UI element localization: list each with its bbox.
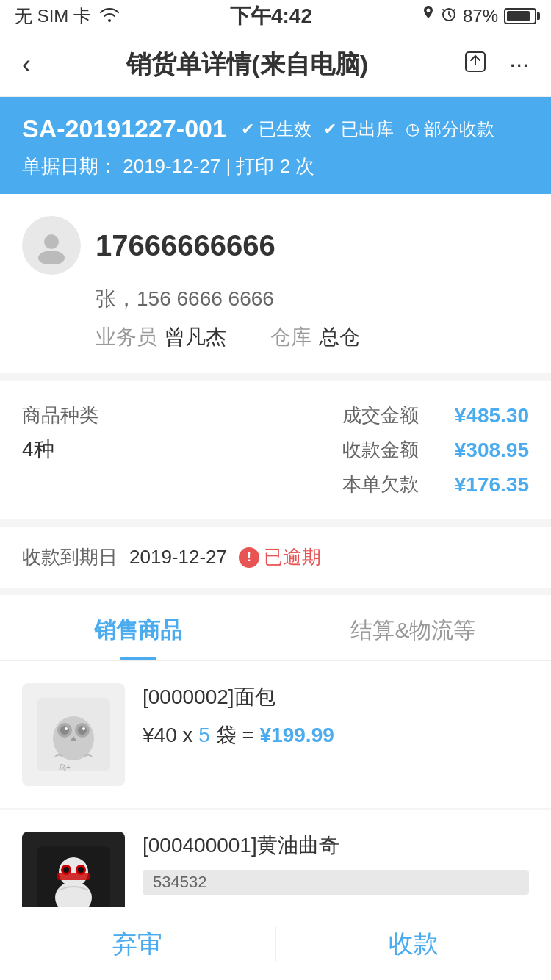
product-info-1: [0000002]面包 ¥40 x 5 袋 = ¥199.99: [143, 683, 529, 749]
status-badge-out: ✔ 已出库: [323, 118, 394, 141]
check-icon-2: ✔: [323, 120, 336, 139]
order-meta: 单据日期： 2019-12-27 | 打印 2 次: [22, 154, 529, 179]
alarm-icon: [441, 6, 457, 26]
meta-date-label: 单据日期：: [22, 155, 118, 177]
overdue-badge: ! 已逾期: [239, 544, 321, 570]
product-image-bread: 鸟+: [22, 683, 125, 786]
sales-item: 业务员 曾凡杰: [96, 323, 226, 351]
status-text-partial: 部分收款: [424, 118, 494, 141]
customer-detail: 业务员 曾凡杰 仓库 总仓: [96, 323, 529, 351]
nav-actions: ···: [464, 50, 529, 79]
amount-row: 成交金额 ¥485.30: [342, 403, 529, 428]
svg-rect-21: [57, 873, 90, 880]
status-badge-effected: ✔ 已生效: [241, 118, 311, 141]
meta-separator: |: [226, 155, 236, 177]
collect-button[interactable]: 收款: [276, 912, 552, 976]
customer-sub: 张，156 6666 6666: [96, 285, 529, 313]
tabs: 销售商品 结算&物流等: [0, 595, 551, 660]
order-banner-top: SA-20191227-001 ✔ 已生效 ✔ 已出库 ◷ 部分收款: [22, 115, 529, 143]
svg-point-10: [65, 727, 68, 730]
product-sku-2: 534532: [143, 870, 529, 895]
cancel-review-button[interactable]: 弃审: [0, 912, 276, 976]
battery-icon: [504, 8, 536, 24]
bottom-bar: 弃审 收款: [0, 907, 551, 980]
warehouse-label: 仓库: [270, 323, 311, 351]
type-label: 商品种类: [22, 403, 98, 428]
warehouse-item: 仓库 总仓: [270, 323, 360, 351]
type-count: 4种: [22, 436, 98, 464]
status-right: 87%: [422, 6, 536, 26]
price-total-1: ¥199.99: [260, 724, 334, 746]
svg-point-8: [60, 726, 69, 735]
status-badges: ✔ 已生效 ✔ 已出库 ◷ 部分收款: [241, 118, 494, 141]
product-name-2: [000400001]黄油曲奇: [143, 832, 529, 860]
location-icon: [422, 6, 435, 26]
product-item: 鸟+ [0000002]面包 ¥40 x 5 袋 = ¥199.99: [0, 661, 551, 808]
order-banner: SA-20191227-001 ✔ 已生效 ✔ 已出库 ◷ 部分收款 单据日期：…: [0, 97, 551, 194]
summary-left: 商品种类 4种: [22, 403, 98, 464]
back-button[interactable]: ‹: [22, 49, 31, 80]
svg-point-11: [82, 727, 85, 730]
customer-phone: 17666666666: [96, 229, 276, 262]
battery-fill: [507, 11, 530, 21]
customer-top: 17666666666: [22, 216, 529, 275]
overdue-text: 已逾期: [264, 544, 321, 570]
product-name-1: [0000002]面包: [143, 683, 529, 711]
status-bar: 无 SIM 卡 下午4:42 87%: [0, 0, 551, 32]
received-value: ¥308.95: [433, 439, 529, 462]
check-icon-1: ✔: [241, 120, 254, 139]
debt-label: 本单欠款: [342, 472, 419, 497]
sales-value: 曾凡杰: [165, 323, 226, 351]
tab-sales-products[interactable]: 销售商品: [0, 595, 276, 660]
status-text-effected: 已生效: [259, 118, 311, 141]
status-text-out: 已出库: [341, 118, 394, 141]
svg-point-2: [44, 234, 59, 249]
svg-point-9: [78, 726, 87, 735]
page-title: 销货单详情(来自电脑): [126, 48, 368, 82]
status-left: 无 SIM 卡: [15, 4, 120, 28]
share-icon[interactable]: [464, 50, 487, 79]
carrier-text: 无 SIM 卡: [15, 4, 91, 28]
received-label: 收款金额: [342, 437, 419, 463]
debt-value: ¥176.35: [433, 473, 529, 497]
due-date: 2019-12-27: [129, 546, 227, 569]
svg-point-20: [78, 867, 84, 873]
meta-print: 打印 2 次: [236, 155, 314, 177]
clock-icon: ◷: [406, 120, 419, 139]
svg-text:鸟+: 鸟+: [59, 763, 71, 771]
summary-section: 商品种类 4种 成交金额 ¥485.30 收款金额 ¥308.95 本单欠款 ¥…: [0, 381, 551, 527]
svg-point-3: [38, 251, 65, 264]
nav-bar: ‹ 销货单详情(来自电脑) ···: [0, 32, 551, 97]
product-price-1: ¥40 x 5 袋 = ¥199.99: [143, 721, 529, 749]
tab-settlement[interactable]: 结算&物流等: [276, 595, 551, 660]
warehouse-value: 总仓: [319, 323, 360, 351]
sales-label: 业务员: [96, 323, 157, 351]
order-id: SA-20191227-001: [22, 115, 226, 143]
avatar: [22, 216, 81, 275]
debt-row: 本单欠款 ¥176.35: [342, 472, 529, 497]
battery-percent: 87%: [463, 6, 498, 26]
price-qty-1: 5: [198, 724, 210, 746]
wifi-icon: [98, 6, 120, 26]
due-section: 收款到期日 2019-12-27 ! 已逾期: [0, 527, 551, 595]
amount-value: ¥485.30: [433, 404, 529, 428]
svg-point-19: [63, 867, 69, 873]
meta-date-value: 2019-12-27: [123, 155, 220, 177]
due-label: 收款到期日: [22, 544, 118, 570]
amount-label: 成交金额: [342, 403, 419, 428]
status-time: 下午4:42: [230, 2, 312, 30]
overdue-icon: !: [239, 547, 259, 568]
status-badge-partial: ◷ 部分收款: [406, 118, 494, 141]
more-icon[interactable]: ···: [509, 51, 529, 78]
summary-right: 成交金额 ¥485.30 收款金额 ¥308.95 本单欠款 ¥176.35: [342, 403, 529, 497]
tabs-section: 销售商品 结算&物流等: [0, 595, 551, 661]
customer-section: 17666666666 张，156 6666 6666 业务员 曾凡杰 仓库 总…: [0, 194, 551, 381]
received-row: 收款金额 ¥308.95: [342, 437, 529, 463]
